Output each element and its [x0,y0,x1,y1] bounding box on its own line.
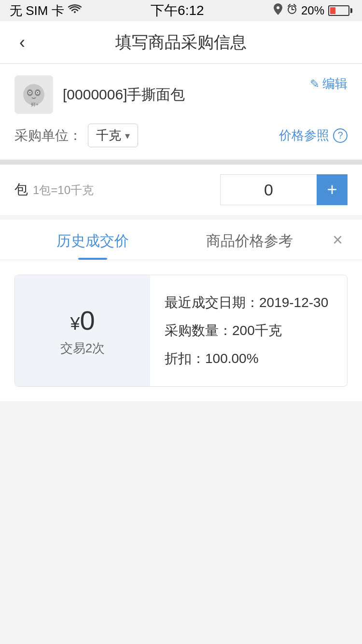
alarm-icon [287,4,297,17]
status-right: 20% [273,3,352,18]
bottom-area [0,401,362,644]
purchase-qty-label: 采购数量： [165,323,232,338]
currency-symbol: ¥ [70,314,80,334]
price-ref-label: 价格参照 [279,127,329,144]
product-left: 鲜+ [0000006]手撕面包 [14,75,185,114]
edit-icon: ✎ [310,77,320,91]
wifi-icon [68,3,82,18]
history-content: ¥0 交易2次 最近成交日期：2019-12-30 采购数量：200千克 折扣：… [0,260,362,401]
section-divider [0,160,362,165]
unit-equivalence: 1包=10千克 [33,182,94,198]
unit-selector-group: 采购单位： 千克 ▾ [14,124,138,147]
unit-select-dropdown[interactable]: 千克 ▾ [88,124,138,147]
page-title: 填写商品采购信息 [115,31,247,54]
status-time: 下午6:12 [151,1,204,20]
edit-button[interactable]: ✎ 编辑 [310,75,348,92]
purchase-unit-row: 采购单位： 千克 ▾ 价格参照 ? [14,124,348,147]
unit-badge: 包 [14,181,28,199]
trade-count: 交易2次 [60,340,105,357]
price-card-right: 最近成交日期：2019-12-30 采购数量：200千克 折扣：100.00% [150,275,347,386]
purchase-unit-label: 采购单位： [14,126,82,145]
quantity-plus-button[interactable]: + [317,174,348,205]
location-icon [273,3,283,18]
tab-close-button[interactable]: × [328,225,348,255]
price-reference-button[interactable]: 价格参照 ? [279,127,348,144]
discount-value: 100.00% [205,351,259,366]
dropdown-arrow-icon: ▾ [125,130,130,141]
price-card-left: ¥0 交易2次 [15,275,150,386]
purchase-qty-row: 采购数量：200千克 [165,321,333,341]
status-bar: 无 SIM 卡 下午6:12 20 [0,0,362,21]
tab-product-price-ref-label: 商品价格参考 [206,233,293,249]
price-card: ¥0 交易2次 最近成交日期：2019-12-30 采购数量：200千克 折扣：… [14,275,348,387]
svg-text:鲜+: 鲜+ [31,102,39,107]
recent-date-label: 最近成交日期： [165,295,259,310]
quantity-row: 包 1包=10千克 + [0,165,362,215]
quantity-label-group: 包 1包=10千克 [14,181,94,199]
quantity-input-group: + [220,174,348,205]
price-amount: ¥0 [70,305,95,336]
battery-icon [328,5,352,16]
recent-date-value: 2019-12-30 [259,295,328,310]
svg-point-10 [37,92,39,94]
tab-section: 历史成交价 商品价格参考 × ¥0 交易2次 最近成交日期：2019-12-30… [0,220,362,401]
product-thumbnail: 鲜+ [14,75,53,114]
quantity-input[interactable] [220,174,317,205]
recent-date-row: 最近成交日期：2019-12-30 [165,293,333,313]
svg-point-9 [29,92,31,94]
purchase-qty-value: 200千克 [232,323,282,338]
status-left: 无 SIM 卡 [10,2,82,19]
back-button[interactable]: ‹ [14,28,30,57]
tab-product-price-ref[interactable]: 商品价格参考 [171,220,327,260]
discount-row: 折扣：100.00% [165,349,333,369]
discount-label: 折扣： [165,351,205,366]
no-sim-text: 无 SIM 卡 [10,2,64,19]
product-card: 鲜+ [0000006]手撕面包 ✎ 编辑 采购单位： 千克 ▾ 价格参照 ? [0,64,362,159]
edit-label: 编辑 [322,75,348,92]
help-icon: ? [333,128,348,143]
tab-history-price[interactable]: 历史成交价 [14,220,171,260]
svg-point-0 [277,6,279,9]
unit-select-value: 千克 [96,127,121,144]
battery-percent: 20% [301,4,324,17]
price-number: 0 [80,305,95,336]
tab-history-price-label: 历史成交价 [56,233,129,249]
tab-bar: 历史成交价 商品价格参考 × [0,220,362,260]
product-header: 鲜+ [0000006]手撕面包 ✎ 编辑 [14,75,348,114]
nav-bar: ‹ 填写商品采购信息 [0,21,362,64]
product-name: [0000006]手撕面包 [63,85,185,105]
